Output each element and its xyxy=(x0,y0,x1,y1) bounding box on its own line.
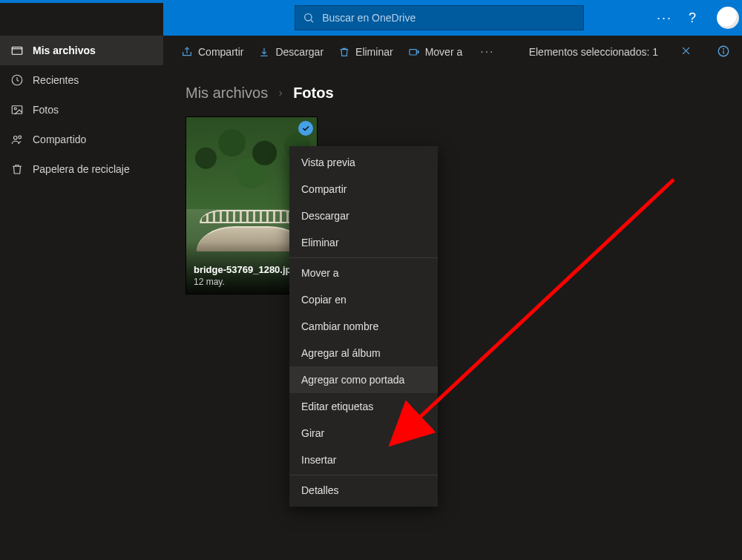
sidebar-item-shared[interactable]: Compartido xyxy=(0,125,163,154)
clear-selection-button[interactable] xyxy=(680,45,692,59)
avatar[interactable] xyxy=(717,7,739,29)
move-icon xyxy=(408,46,420,58)
chevron-right-icon xyxy=(277,88,284,99)
download-icon xyxy=(258,46,270,58)
ctx-share[interactable]: Compartir xyxy=(289,176,438,202)
cmd-label: Eliminar xyxy=(355,46,393,58)
ctx-separator xyxy=(289,257,438,258)
sidebar-item-label: Mis archivos xyxy=(33,45,96,56)
selection-count: Elementos seleccionados: 1 xyxy=(529,46,658,58)
ctx-delete[interactable]: Eliminar xyxy=(289,229,438,256)
ctx-details[interactable]: Detalles xyxy=(289,477,438,504)
delete-icon xyxy=(338,46,350,58)
ctx-embed[interactable]: Insertar xyxy=(289,447,438,473)
svg-point-7 xyxy=(19,136,22,139)
sidebar-item-my-files[interactable]: Mis archivos xyxy=(0,36,163,65)
sidebar-item-recycle-bin[interactable]: Papelera de reciclaje xyxy=(0,154,163,184)
sidebar-item-label: Recientes xyxy=(33,74,79,86)
cmd-label: Mover a xyxy=(425,46,463,58)
ctx-edit-tags[interactable]: Editar etiquetas xyxy=(289,393,438,420)
sidebar-item-recent[interactable]: Recientes xyxy=(0,65,163,95)
cmd-label: Compartir xyxy=(198,46,243,58)
ctx-preview[interactable]: Vista previa xyxy=(289,149,438,176)
sidebar-item-label: Compartido xyxy=(33,134,86,145)
cmd-download[interactable]: Descargar xyxy=(258,46,324,58)
close-icon xyxy=(680,45,692,56)
ctx-rename[interactable]: Cambiar nombre xyxy=(289,313,438,340)
cmd-label: Descargar xyxy=(275,46,324,58)
info-icon xyxy=(717,45,730,58)
main-content: Mis archivos Fotos bridge-53769_1280.jpg… xyxy=(163,68,742,560)
clock-icon xyxy=(10,73,24,87)
folder-icon xyxy=(10,44,24,57)
share-icon xyxy=(181,46,193,58)
sidebar-item-photos[interactable]: Fotos xyxy=(0,95,163,125)
search-input[interactable]: Buscar en OneDrive xyxy=(295,5,584,30)
command-bar: Compartir Descargar Eliminar Mover a ···… xyxy=(163,36,742,68)
svg-point-11 xyxy=(723,48,724,49)
info-button[interactable] xyxy=(717,45,730,60)
ctx-rotate[interactable]: Girar xyxy=(289,420,438,447)
cmd-delete[interactable]: Eliminar xyxy=(338,46,393,58)
svg-point-5 xyxy=(14,108,16,110)
breadcrumb-leaf: Fotos xyxy=(293,85,333,102)
ctx-move[interactable]: Mover a xyxy=(289,260,438,286)
svg-point-6 xyxy=(14,136,18,140)
photo-icon xyxy=(10,103,24,116)
ctx-set-cover[interactable]: Agregar como portada xyxy=(289,366,438,393)
breadcrumb-root[interactable]: Mis archivos xyxy=(186,85,268,102)
svg-line-12 xyxy=(416,179,674,421)
ctx-download[interactable]: Descargar xyxy=(289,202,438,229)
cmd-move[interactable]: Mover a xyxy=(408,46,463,58)
svg-line-1 xyxy=(311,20,313,22)
people-icon xyxy=(10,133,24,146)
cmd-more-icon[interactable]: ··· xyxy=(480,45,494,59)
sidebar-item-label: Fotos xyxy=(33,104,59,116)
svg-rect-8 xyxy=(410,50,416,55)
sidebar: Mis archivos Recientes Fotos Compartido … xyxy=(0,3,163,560)
search-placeholder: Buscar en OneDrive xyxy=(322,12,416,24)
settings-menu-icon[interactable]: ··· xyxy=(657,10,672,26)
svg-point-0 xyxy=(305,14,312,21)
help-icon[interactable]: ? xyxy=(689,10,696,26)
ctx-separator xyxy=(289,475,438,475)
cmd-share[interactable]: Compartir xyxy=(181,46,243,58)
breadcrumb: Mis archivos Fotos xyxy=(186,85,720,102)
selection-check-icon[interactable] xyxy=(298,121,313,136)
svg-rect-2 xyxy=(12,47,22,55)
context-menu: Vista previa Compartir Descargar Elimina… xyxy=(289,146,438,507)
sidebar-item-label: Papelera de reciclaje xyxy=(33,163,130,175)
ctx-copy[interactable]: Copiar en xyxy=(289,286,438,313)
search-icon xyxy=(303,12,315,24)
trash-icon xyxy=(10,162,24,176)
ctx-add-album[interactable]: Agregar al álbum xyxy=(289,340,438,366)
